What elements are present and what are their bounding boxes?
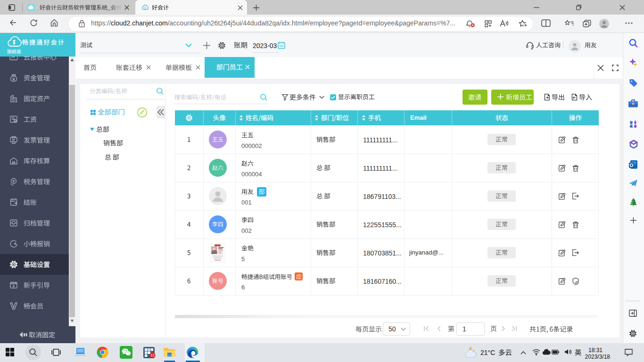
svg-text:12: 12 [150,353,155,357]
